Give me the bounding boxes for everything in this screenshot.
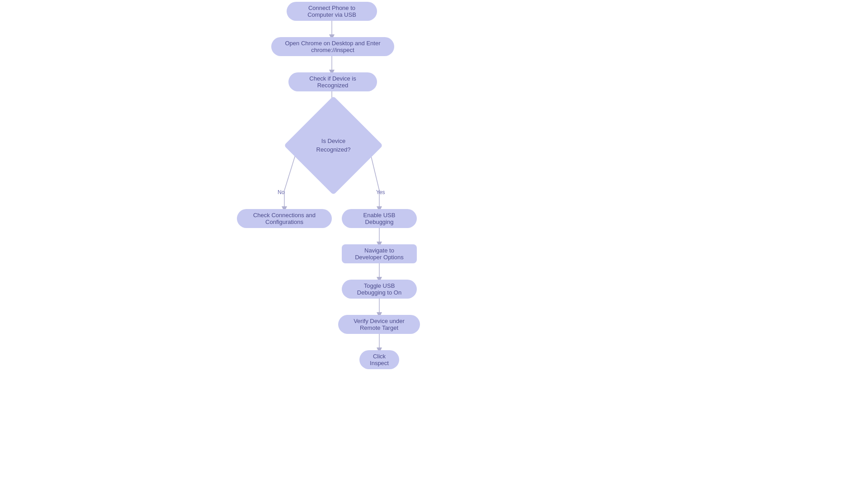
verify-device-node: Verify Device under Remote Target bbox=[338, 315, 420, 334]
enable-usb-label: Enable USB Debugging bbox=[353, 212, 406, 225]
check-device-node: Check if Device is Recognized bbox=[288, 72, 377, 91]
yes-label: Yes bbox=[376, 189, 385, 195]
is-recognized-diamond: Is Device Recognized? bbox=[298, 110, 368, 181]
connect-phone-node: Connect Phone to Computer via USB bbox=[287, 2, 377, 21]
navigate-dev-node: Navigate to Developer Options bbox=[342, 244, 417, 263]
check-connections-node: Check Connections and Configurations bbox=[237, 209, 332, 228]
open-chrome-node: Open Chrome on Desktop and Enter chrome:… bbox=[271, 37, 394, 56]
verify-device-label: Verify Device under Remote Target bbox=[349, 318, 409, 331]
navigate-dev-label: Navigate to Developer Options bbox=[353, 247, 406, 261]
no-label: No bbox=[278, 189, 284, 195]
toggle-usb-node: Toggle USB Debugging to On bbox=[342, 280, 417, 299]
toggle-usb-label: Toggle USB Debugging to On bbox=[353, 282, 406, 296]
connect-phone-label: Connect Phone to Computer via USB bbox=[297, 5, 366, 18]
click-inspect-node[interactable]: Click Inspect bbox=[359, 350, 399, 369]
open-chrome-label: Open Chrome on Desktop and Enter chrome:… bbox=[282, 40, 383, 53]
is-recognized-label: Is Device Recognized? bbox=[307, 137, 361, 153]
check-device-label: Check if Device is Recognized bbox=[299, 75, 366, 89]
enable-usb-node: Enable USB Debugging bbox=[342, 209, 417, 228]
click-inspect-label: Click Inspect bbox=[370, 353, 389, 366]
check-connections-label: Check Connections and Configurations bbox=[248, 212, 321, 225]
